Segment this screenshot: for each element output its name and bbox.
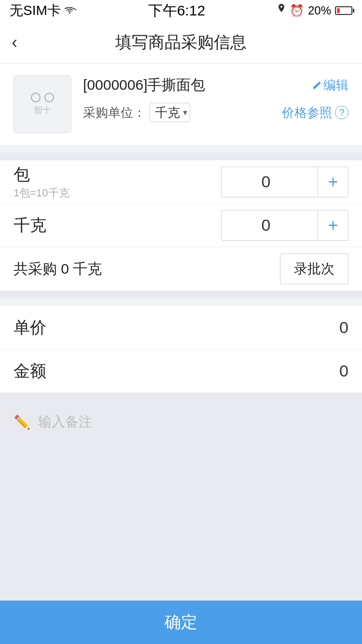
notes-section[interactable]: ✏️ 输入备注 (0, 393, 362, 451)
batch-button[interactable]: 录批次 (280, 253, 348, 284)
amount-label: 金额 (14, 360, 46, 382)
help-icon: ? (335, 106, 348, 119)
unit-price-label: 单价 (14, 317, 46, 339)
battery-icon (335, 6, 352, 15)
product-section: 智十 [0000006]手撕面包 编辑 采购单位： 千克 (0, 64, 362, 145)
price-ref-button[interactable]: 价格参照 ? (282, 104, 348, 121)
battery-percent: 20% (308, 4, 331, 17)
product-image: 智十 (14, 75, 71, 133)
alarm-icon: ⏰ (290, 4, 304, 17)
wifi-icon (65, 3, 76, 18)
price-section: 单价 0 金额 0 (0, 306, 362, 393)
status-time: 下午6:12 (148, 1, 205, 21)
pencil-icon: ✏️ (14, 414, 30, 430)
bag-label: 包 (14, 164, 71, 186)
page-title: 填写商品采购信息 (115, 31, 247, 54)
section-divider-1 (0, 153, 362, 160)
bag-sub-label: 1包=10千克 (14, 186, 71, 200)
kg-quantity-input[interactable] (221, 210, 318, 241)
amount-value: 0 (339, 362, 348, 380)
confirm-button-label: 确定 (165, 611, 197, 633)
product-info: [0000006]手撕面包 编辑 采购单位： 千克 包 (83, 75, 348, 122)
unit-select-wrapper[interactable]: 千克 包 (150, 103, 190, 122)
bag-plus-button[interactable]: + (318, 167, 348, 197)
unit-label: 采购单位： (83, 104, 146, 121)
status-bar: 无SIM卡 下午6:12 ⏰ 20% (0, 0, 362, 21)
amount-row: 金额 0 (0, 350, 362, 393)
nav-bar: ‹ 填写商品采购信息 (0, 21, 362, 64)
confirm-bar[interactable]: 确定 (0, 601, 362, 644)
quantity-row-bag: 包 1包=10千克 + (0, 160, 362, 204)
notes-placeholder: 输入备注 (38, 413, 92, 431)
carrier-label: 无SIM卡 (10, 1, 61, 20)
unit-select[interactable]: 千克 包 (150, 103, 190, 122)
quantity-row-kg: 千克 + (0, 204, 362, 247)
unit-price-row: 单价 0 (0, 306, 362, 350)
unit-price-value: 0 (339, 318, 348, 337)
edit-button[interactable]: 编辑 (312, 77, 348, 94)
kg-label: 千克 (14, 214, 71, 237)
quantity-section: 包 1包=10千克 + 千克 + 共采购 0 (0, 160, 362, 291)
back-button[interactable]: ‹ (12, 32, 17, 53)
kg-plus-button[interactable]: + (318, 210, 348, 241)
total-row: 共采购 0 千克 录批次 (0, 247, 362, 291)
bag-quantity-input[interactable] (221, 167, 318, 197)
product-name: [0000006]手撕面包 (83, 75, 205, 95)
location-icon (277, 4, 286, 17)
total-text: 共采购 0 千克 (14, 259, 102, 279)
section-divider-2 (0, 291, 362, 298)
